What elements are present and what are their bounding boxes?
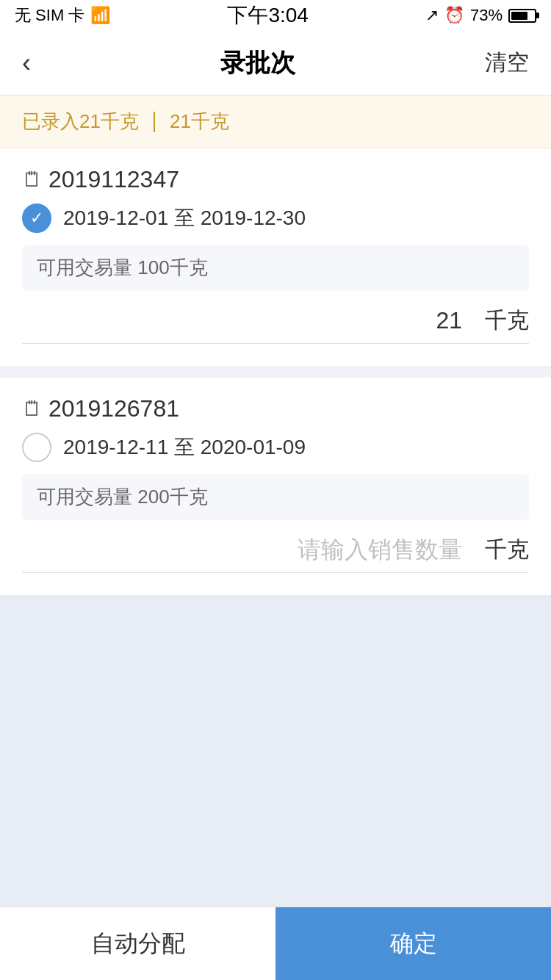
batch-date-2: 2019-12-11 至 2020-01-09 — [63, 433, 306, 461]
confirm-button[interactable]: 确定 — [276, 907, 551, 980]
battery-percent: 73% — [470, 6, 503, 25]
status-right: ↗ ⏰ 73% — [425, 6, 536, 25]
summary-banner: 已录入21千克 21千克 — [0, 96, 551, 148]
batch-avail-box-2: 可用交易量 200千克 — [22, 474, 529, 520]
back-button[interactable]: ‹ — [22, 48, 31, 79]
batch-item-1: 🗒 2019112347 2019-12-01 至 2019-12-30 可用交… — [0, 148, 551, 366]
status-time: 下午3:04 — [227, 1, 309, 29]
batch-id-1: 2019112347 — [48, 166, 179, 193]
status-left: 无 SIM 卡 📶 — [15, 4, 110, 26]
batch-id-icon-1: 🗒 — [22, 167, 43, 192]
batch-avail-text-2: 可用交易量 200千克 — [37, 486, 208, 508]
auto-distribute-button[interactable]: 自动分配 — [0, 907, 276, 980]
batch-unit-2: 千克 — [485, 535, 529, 565]
batch-date-row-1[interactable]: 2019-12-01 至 2019-12-30 — [22, 203, 529, 233]
location-icon: ↗ — [425, 6, 439, 25]
batch-radio-1[interactable] — [22, 203, 51, 233]
batch-date-1: 2019-12-01 至 2019-12-30 — [63, 204, 306, 232]
batch-date-row-2[interactable]: 2019-12-11 至 2020-01-09 — [22, 433, 529, 462]
batch-header-1: 🗒 2019112347 — [22, 166, 529, 193]
summary-divider — [154, 112, 155, 132]
batch-id-icon-2: 🗒 — [22, 397, 43, 421]
total-text: 21千克 — [170, 109, 229, 134]
batch-quantity-input-2[interactable] — [179, 536, 473, 563]
batch-input-row-1: 千克 — [22, 306, 529, 344]
batch-quantity-input-1[interactable] — [179, 307, 473, 334]
batch-item-2: 🗒 2019126781 2019-12-11 至 2020-01-09 可用交… — [0, 366, 551, 595]
page-title: 录批次 — [220, 46, 295, 80]
wifi-icon: 📶 — [90, 6, 110, 25]
clear-button[interactable]: 清空 — [485, 48, 529, 78]
nav-bar: ‹ 录批次 清空 — [0, 31, 551, 96]
batch-header-2: 🗒 2019126781 — [22, 395, 529, 422]
alarm-icon: ⏰ — [444, 6, 464, 25]
batch-avail-box-1: 可用交易量 100千克 — [22, 245, 529, 291]
recorded-text: 已录入21千克 — [22, 109, 139, 134]
status-bar: 无 SIM 卡 📶 下午3:04 ↗ ⏰ 73% — [0, 0, 551, 31]
battery-icon — [508, 9, 536, 23]
batch-unit-1: 千克 — [485, 306, 529, 336]
bottom-bar: 自动分配 确定 — [0, 907, 551, 980]
batch-avail-text-1: 可用交易量 100千克 — [37, 256, 208, 278]
batch-radio-2[interactable] — [22, 433, 51, 462]
carrier-text: 无 SIM 卡 — [15, 4, 84, 26]
batch-list: 🗒 2019112347 2019-12-01 至 2019-12-30 可用交… — [0, 148, 551, 595]
batch-input-row-2: 千克 — [22, 535, 529, 573]
batch-id-2: 2019126781 — [48, 395, 179, 422]
